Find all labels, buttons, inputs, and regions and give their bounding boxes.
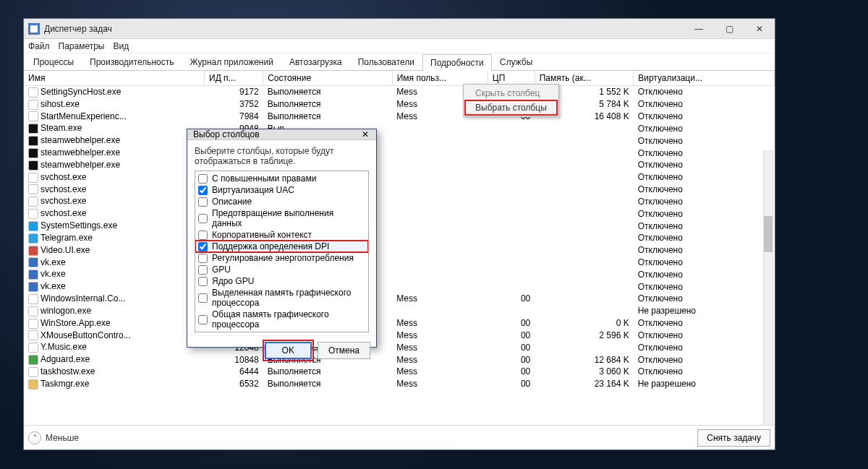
table-row[interactable]: StartMenuExperienc...7984ВыполняетсяMess… (24, 111, 775, 123)
column-checkbox[interactable] (198, 174, 208, 184)
table-row[interactable]: Taskmgr.exe6532ВыполняетсяMess0023 164 K… (24, 378, 775, 390)
column-option-label: Поддержка определения DPI (212, 241, 329, 251)
column-option[interactable]: GPU (195, 264, 368, 275)
columns-listbox[interactable]: С повышенными правамиВиртуализация UACОп… (195, 171, 369, 332)
column-checkbox[interactable] (198, 186, 208, 195)
column-option[interactable]: Общая память графического процессора (195, 309, 368, 330)
dialog-titlebar[interactable]: Выбор столбцов ✕ (187, 129, 376, 140)
close-button[interactable]: ✕ (744, 19, 775, 39)
fewer-details-label: Меньше (46, 433, 79, 443)
column-option[interactable]: Описание (195, 196, 368, 207)
column-option-label: Описание (212, 197, 252, 207)
table-row[interactable]: SettingSyncHost.exe9172ВыполняетсяMess00… (24, 86, 775, 98)
column-option-label: GPU (212, 264, 231, 275)
table-row[interactable]: XMouseButtonContro...9372ВыполняетсяMess… (24, 330, 775, 342)
column-option-label: Выделенная память графического процессор… (212, 288, 365, 308)
column-option[interactable]: Ядро GPU (195, 275, 368, 287)
table-row[interactable]: steamwebhelper.exe8196ВыпОтключено (24, 147, 775, 159)
column-checkbox[interactable] (198, 197, 208, 207)
table-row[interactable]: vk.exe10640ВыпОтключено (24, 280, 775, 293)
table-row[interactable]: svchost.exe7552ВыпОтключено (24, 195, 775, 207)
column-checkbox[interactable] (198, 315, 208, 324)
end-task-button[interactable]: Снять задачу (697, 429, 770, 447)
column-option[interactable]: С повышенными правами (195, 173, 368, 184)
dialog-close-button[interactable]: ✕ (354, 129, 376, 139)
vertical-scrollbar[interactable] (763, 150, 773, 425)
table-row[interactable]: Y.Music.exe12048ВыполняетсяMess00Отключе… (24, 341, 775, 353)
column-option[interactable]: Виртуализация UAC (195, 184, 368, 196)
task-manager-window: Диспетчер задач — ▢ ✕ Файл Параметры Вид… (23, 18, 775, 450)
table-row[interactable]: WindowsInternal.Co...6460ВыполняетсяMess… (24, 293, 775, 305)
column-option[interactable]: Поддержка определения DPI (195, 241, 368, 252)
column-option[interactable]: Регулирование энергопотребления (195, 252, 368, 264)
app-icon (28, 23, 40, 35)
table-row[interactable]: SystemSettings.exe2000ПриоОтключено (24, 220, 775, 232)
menu-item-select-columns[interactable]: Выбрать столбцы (465, 100, 557, 115)
column-checkbox[interactable] (198, 293, 208, 303)
tab-strip: ПроцессыПроизводительностьЖурнал приложе… (24, 53, 775, 71)
tab-0[interactable]: Процессы (25, 53, 82, 70)
table-row[interactable]: vk.exe9348ВыпОтключено (24, 268, 775, 280)
column-option-label: Корпоративный контекст (212, 230, 312, 240)
column-option-label: Регулирование энергопотребления (212, 253, 354, 263)
fewer-details-button[interactable]: ˄ Меньше (28, 431, 79, 444)
column-checkbox[interactable] (198, 242, 208, 251)
tab-1[interactable]: Производительность (82, 53, 182, 70)
column-option[interactable]: Предотвращение выполнения данных (195, 207, 368, 229)
tab-2[interactable]: Журнал приложений (182, 53, 281, 70)
table-row[interactable]: Telegram.exe11640ВыпОтключено (24, 232, 775, 244)
column-option-label: Ядро GPU (212, 276, 254, 286)
menu-options[interactable]: Параметры (59, 41, 105, 51)
dialog-title-text: Выбор столбцов (193, 129, 354, 139)
table-row[interactable]: svchost.exe3812ВыпОтключено (24, 171, 775, 184)
column-option[interactable]: Выделенная память графического процессор… (195, 287, 368, 309)
column-option-label: Общая память графического процессора (212, 309, 365, 330)
tab-3[interactable]: Автозагрузка (281, 53, 350, 70)
cancel-button[interactable]: Отмена (318, 342, 370, 359)
menu-view[interactable]: Вид (113, 41, 129, 51)
column-header[interactable]: Состояние (263, 71, 393, 86)
scrollbar-thumb[interactable] (764, 216, 773, 252)
table-row[interactable]: WinStore.App.exe1276ПриостановленоMess00… (24, 317, 775, 330)
column-checkbox[interactable] (198, 277, 208, 286)
svg-rect-1 (30, 25, 38, 33)
table-row[interactable]: Adguard.exe10848ВыполняетсяMess0012 684 … (24, 353, 775, 366)
ok-button[interactable]: OK (265, 342, 312, 359)
column-option[interactable]: Корпоративный контекст (195, 229, 368, 241)
table-row[interactable]: vk.exe9508ВыпОтключено (24, 257, 775, 269)
window-title: Диспетчер задач (44, 24, 684, 34)
tab-6[interactable]: Службы (492, 53, 540, 70)
table-row[interactable]: Steam.exe9948ВыпОтключено (24, 122, 775, 134)
column-checkbox[interactable] (198, 214, 208, 223)
footer: ˄ Меньше Снять задачу (24, 425, 775, 449)
menu-file[interactable]: Файл (28, 41, 50, 51)
table-row[interactable]: sihost.exe3752ВыполняетсяMess005 784 KОт… (24, 98, 775, 111)
menubar: Файл Параметры Вид (24, 39, 775, 53)
tab-4[interactable]: Пользователи (350, 53, 422, 70)
table-row[interactable]: steamwebhelper.exe9212ВыпОтключено (24, 159, 775, 171)
table-row[interactable]: svchost.exe3744ВыпОтключено (24, 184, 775, 196)
select-columns-dialog: Выбор столбцов ✕ Выберите столбцы, котор… (187, 129, 377, 348)
tab-5[interactable]: Подробности (422, 54, 492, 71)
column-checkbox[interactable] (198, 231, 208, 240)
column-option-label: Виртуализация UAC (212, 185, 294, 195)
chevron-up-icon: ˄ (28, 431, 41, 444)
column-checkbox[interactable] (198, 254, 208, 263)
table-row[interactable]: svchost.exe12756ВыпОтключено (24, 207, 775, 220)
column-header[interactable]: Виртуализаци... (634, 71, 775, 86)
table-row[interactable]: steamwebhelper.exe9900ВыпОтключено (24, 134, 775, 147)
column-option-label: С повышенными правами (212, 173, 316, 184)
grid-header-row[interactable]: ИмяИД п...СостояниеИмя польз...ЦППамять … (24, 71, 775, 86)
minimize-button[interactable]: — (684, 19, 714, 39)
maximize-button[interactable]: ▢ (714, 19, 744, 39)
titlebar[interactable]: Диспетчер задач — ▢ ✕ (24, 19, 775, 39)
column-header[interactable]: ИД п... (205, 71, 263, 86)
process-grid: ИмяИД п...СостояниеИмя польз...ЦППамять … (24, 71, 775, 390)
dialog-description: Выберите столбцы, которые будут отобража… (195, 146, 369, 166)
column-header[interactable]: Имя (24, 71, 205, 86)
table-row[interactable]: winlogon.exe900ВыполняетсяНе разрешено (24, 305, 775, 317)
process-table-area: ИмяИД п...СостояниеИмя польз...ЦППамять … (24, 71, 775, 425)
table-row[interactable]: taskhostw.exe6444ВыполняетсяMess003 060 … (24, 366, 775, 378)
table-row[interactable]: Video.UI.exe11516ПриоОтключено (24, 244, 775, 257)
column-checkbox[interactable] (198, 265, 208, 275)
